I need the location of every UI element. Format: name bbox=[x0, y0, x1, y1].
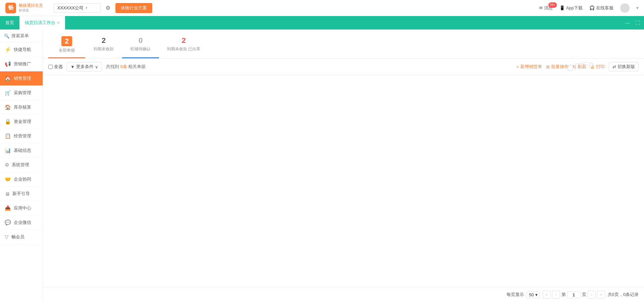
add-icon: + bbox=[516, 64, 519, 69]
logo-sub: 标准版 bbox=[19, 8, 43, 13]
app-download-button[interactable]: 📱 App下载 bbox=[559, 5, 583, 11]
stat-all-label: 全部单据 bbox=[56, 48, 77, 53]
next-page-button[interactable]: › bbox=[588, 291, 596, 299]
select-all-input[interactable] bbox=[48, 65, 53, 69]
table-area bbox=[43, 75, 644, 287]
sidebar-item-operation[interactable]: 📋 经营管理 bbox=[0, 129, 43, 143]
sidebar: 🔍 搜索菜单 ⚡ 快捷导航 📢 营销推广 🏠 销售管理 🛒 采购管理 🏠 库存核… bbox=[0, 29, 43, 302]
sidebar-item-inventory[interactable]: 🏠 库存核算 bbox=[0, 100, 43, 115]
sales-icon: 🏠 bbox=[5, 75, 11, 81]
chevron-down-icon: ▾ bbox=[86, 6, 87, 10]
basic-info-icon: 📊 bbox=[5, 147, 11, 154]
settings-button[interactable]: ⚙ bbox=[103, 3, 113, 13]
sidebar-item-member[interactable]: ▽ 畅会员 bbox=[0, 230, 43, 244]
main-layout: 🔍 搜索菜单 ⚡ 快捷导航 📢 营销推广 🏠 销售管理 🛒 采购管理 🏠 库存核… bbox=[0, 29, 644, 302]
stat-pending-number: 0 bbox=[130, 36, 151, 45]
finance-icon: 🔒 bbox=[5, 119, 11, 125]
page-navigation: « ‹ 第 页 › » bbox=[543, 291, 605, 299]
purchase-icon: 🛒 bbox=[5, 90, 11, 96]
page-input[interactable] bbox=[567, 291, 581, 298]
sidebar-item-app-center[interactable]: 📥 应用中心 bbox=[0, 201, 43, 216]
sidebar-item-quick-nav[interactable]: ⚡ 快捷导航 bbox=[0, 43, 43, 57]
messages-button[interactable]: ✉ 消息 99+ bbox=[539, 5, 553, 11]
sidebar-item-sales[interactable]: 🏠 销售管理 bbox=[0, 71, 43, 86]
prev-page-button[interactable]: ‹ bbox=[552, 291, 560, 299]
tab-work-bench-label: 钱货日清工作台 bbox=[25, 20, 55, 26]
cooperation-icon: 🤝 bbox=[5, 176, 11, 182]
page-total: 共0页，0条记录 bbox=[608, 292, 639, 298]
per-page-select[interactable]: 50 ▾ bbox=[527, 291, 540, 298]
batch-icon: ⊞ bbox=[546, 64, 550, 69]
stat-overdue-label: 到期未收款 bbox=[93, 46, 114, 52]
refresh-button[interactable]: ↻ 刷新 bbox=[573, 64, 586, 70]
switch-label: 切换新版 bbox=[618, 64, 635, 70]
select-all-checkbox[interactable]: 全选 bbox=[48, 64, 63, 70]
sidebar-item-label: 销售管理 bbox=[14, 75, 31, 81]
sidebar-item-cooperation[interactable]: 🤝 企业协同 bbox=[0, 172, 43, 187]
print-label: 打印 bbox=[596, 64, 605, 70]
batch-operation-button[interactable]: ⊞ 批量操作 bbox=[546, 64, 569, 70]
sidebar-item-label: 企业微信 bbox=[14, 220, 31, 226]
filter-icon: ▼ bbox=[70, 64, 75, 69]
add-sale-button[interactable]: + 新增销货单 bbox=[516, 64, 542, 70]
online-service-button[interactable]: 🎧 在线客服 bbox=[589, 5, 613, 11]
stat-tab-pending[interactable]: 0 旺辅待确认 bbox=[122, 34, 159, 58]
tab-minimize-icon[interactable]: — bbox=[624, 19, 631, 27]
stat-shipped-label: 到期未收款 已出库 bbox=[167, 46, 200, 52]
header-right: ✉ 消息 99+ 📱 App下载 🎧 在线客服 ▾ bbox=[539, 3, 639, 13]
company-selector[interactable]: XXXXXX公司 ▾ bbox=[54, 3, 101, 13]
logo-icon: 畅 bbox=[5, 3, 16, 13]
page-label: 第 bbox=[561, 292, 566, 298]
print-icon: 🖨 bbox=[590, 64, 595, 69]
user-name[interactable]: ▾ bbox=[636, 5, 639, 10]
sidebar-item-enterprise-wechat[interactable]: 💬 企业微信 bbox=[0, 216, 43, 230]
tab-maximize-icon[interactable]: ⛶ bbox=[634, 19, 641, 27]
sidebar-item-finance[interactable]: 🔒 资金管理 bbox=[0, 115, 43, 129]
avatar[interactable] bbox=[620, 3, 630, 13]
system-icon: ⚙ bbox=[5, 162, 9, 168]
refresh-icon: ↻ bbox=[573, 64, 576, 69]
company-name: XXXXXX公司 bbox=[57, 5, 84, 11]
found-prefix: 共找到 bbox=[106, 64, 119, 69]
sidebar-item-system[interactable]: ⚙ 系统管理 bbox=[0, 158, 43, 172]
tab-bar: 首页 钱货日清工作台 × — ⛶ bbox=[0, 16, 644, 29]
stat-tab-all[interactable]: 2 全部单据 bbox=[48, 34, 85, 58]
per-page-label: 每页显示 bbox=[506, 292, 524, 298]
quick-nav-icon: ⚡ bbox=[5, 47, 11, 53]
toolbar-right: + 新增销货单 ⊞ 批量操作 ↻ 刷新 🖨 打印 ⇄ 切换新版 bbox=[516, 62, 639, 71]
sidebar-item-label: 应用中心 bbox=[14, 205, 31, 211]
print-button[interactable]: 🖨 打印 bbox=[590, 64, 605, 70]
last-page-button[interactable]: » bbox=[597, 291, 605, 299]
page-suffix: 页 bbox=[582, 292, 586, 298]
enterprise-wechat-icon: 💬 bbox=[5, 220, 11, 226]
tab-close-icon[interactable]: × bbox=[57, 20, 60, 25]
tab-work-bench[interactable]: 钱货日清工作台 × bbox=[19, 16, 65, 29]
tab-home[interactable]: 首页 bbox=[0, 16, 19, 29]
top-header: 畅 畅捷通好生意 标准版 XXXXXX公司 ▾ ⚙ 体验行业方案 ✉ 消息 99… bbox=[0, 0, 644, 16]
sidebar-item-label: 新手引导 bbox=[12, 191, 30, 197]
select-all-label: 全选 bbox=[54, 64, 63, 70]
sidebar-item-label: 资金管理 bbox=[14, 119, 31, 125]
sidebar-search[interactable]: 🔍 搜索菜单 bbox=[0, 29, 43, 43]
trial-button[interactable]: 体验行业方案 bbox=[115, 3, 152, 13]
member-icon: ▽ bbox=[5, 234, 9, 240]
filter-button[interactable]: ▼ 更多条件 ∨ bbox=[67, 62, 102, 71]
sidebar-item-basic-info[interactable]: 📊 基础信息 bbox=[0, 143, 43, 158]
tab-home-label: 首页 bbox=[5, 20, 14, 26]
first-page-button[interactable]: « bbox=[543, 291, 551, 299]
found-suffix: 相关单据 bbox=[128, 64, 146, 69]
stat-tab-shipped[interactable]: 2 到期未收款 已出库 bbox=[159, 34, 208, 58]
sidebar-item-guide[interactable]: 🖥 新手引导 bbox=[0, 187, 43, 201]
per-page-value: 50 bbox=[529, 292, 534, 297]
search-icon: 🔍 bbox=[4, 34, 9, 39]
sidebar-item-label: 企业协同 bbox=[14, 176, 31, 182]
stat-tab-overdue[interactable]: 2 到期未收款 bbox=[85, 34, 122, 58]
switch-version-button[interactable]: ⇄ 切换新版 bbox=[609, 62, 639, 71]
sidebar-item-purchase[interactable]: 🛒 采购管理 bbox=[0, 86, 43, 100]
sidebar-item-marketing[interactable]: 📢 营销推广 bbox=[0, 57, 43, 71]
footer-pagination: 每页显示 50 ▾ « ‹ 第 页 › » 共0页，0条记录 bbox=[43, 287, 644, 302]
operation-icon: 📋 bbox=[5, 133, 11, 139]
inventory-icon: 🏠 bbox=[5, 104, 11, 110]
stat-all-number: 2 bbox=[61, 36, 72, 46]
logo-area: 畅 畅捷通好生意 标准版 bbox=[5, 3, 48, 13]
